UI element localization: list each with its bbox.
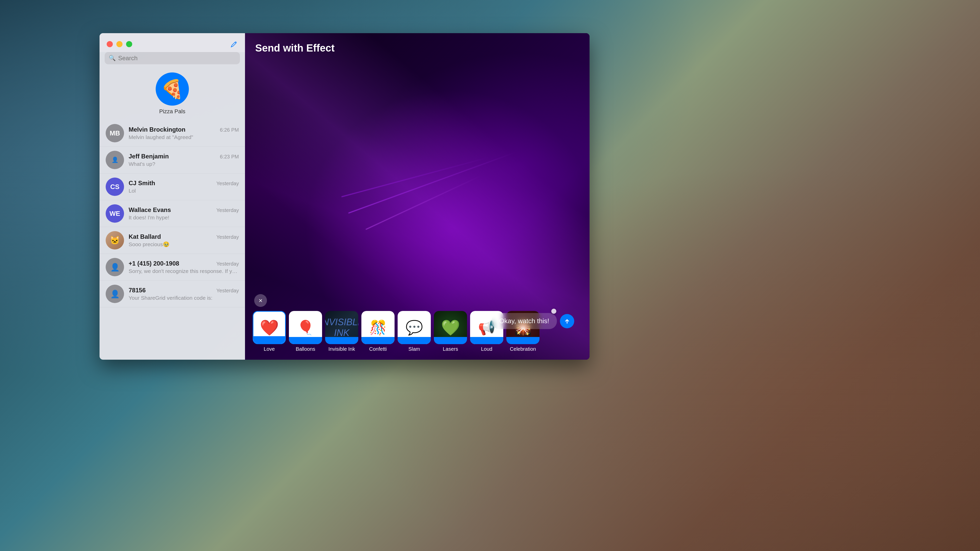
effect-send-bar-loud [470, 337, 503, 344]
effect-send-bar-invisible [325, 337, 358, 344]
avatar: WE [106, 204, 124, 223]
effect-item-invisible-ink[interactable]: INVISIBLE INK Invisible Ink [325, 311, 358, 352]
contact-name: Melvin Brockington [129, 126, 186, 133]
effect-send-bar-celebration [506, 337, 539, 344]
sidebar: 🔍 🍕 Pizza Pals MB Melvin Brockington [100, 33, 245, 360]
effect-send-bar-slam [398, 337, 431, 344]
search-input[interactable] [118, 55, 236, 62]
message-preview: What's up? [129, 161, 239, 167]
message-time: Yesterday [216, 181, 239, 186]
featured-name: Pizza Pals [159, 108, 186, 115]
close-effect-button[interactable]: × [254, 294, 267, 307]
effect-item-balloons[interactable]: 🎈 Balloons [289, 311, 322, 352]
message-header: 78156 Yesterday [129, 287, 239, 294]
avatar: 👤 [106, 258, 124, 276]
effect-label-celebration: Celebration [510, 346, 536, 352]
contact-name: Wallace Evans [129, 206, 171, 213]
maximize-button[interactable] [126, 41, 132, 47]
message-preview: Your ShareGrid verification code is: [129, 295, 239, 301]
message-preview: Sooo precious🥹 [129, 241, 239, 248]
avatar: CS [106, 178, 124, 196]
message-header: Jeff Benjamin 6:23 PM [129, 153, 239, 160]
message-content: Kat Ballard Yesterday Sooo precious🥹 [129, 233, 239, 248]
list-item[interactable]: MB Melvin Brockington 6:26 PM Melvin lau… [100, 120, 245, 147]
okay-btn-container: Okay, watch this! [492, 313, 574, 329]
avatar: 👤 [106, 285, 124, 303]
effect-panel: Send with Effect Okay, watch this! × [245, 33, 590, 360]
sidebar-header [100, 33, 245, 52]
contact-name: Jeff Benjamin [129, 153, 169, 160]
effect-label-confetti: Confetti [369, 346, 387, 352]
search-icon: 🔍 [109, 55, 116, 62]
message-time: Yesterday [216, 261, 239, 267]
effect-label-loud: Loud [481, 346, 493, 352]
contact-name: +1 (415) 200-1908 [129, 260, 179, 267]
effect-send-bar-confetti [361, 337, 395, 344]
list-item[interactable]: 🐱 Kat Ballard Yesterday Sooo precious🥹 [100, 227, 245, 254]
effect-send-bar-lasers [434, 337, 467, 344]
effect-header: Send with Effect [245, 33, 590, 63]
effect-item-confetti[interactable]: 🎊 Confetti [361, 311, 395, 352]
message-header: +1 (415) 200-1908 Yesterday [129, 260, 239, 267]
featured-emoji: 🍕 [161, 78, 184, 100]
message-header: Kat Ballard Yesterday [129, 233, 239, 240]
contact-name: Kat Ballard [129, 233, 161, 240]
message-time: 6:26 PM [220, 127, 239, 133]
list-item[interactable]: 👤 +1 (415) 200-1908 Yesterday Sorry, we … [100, 254, 245, 281]
effect-item-slam[interactable]: 💬 Slam [398, 311, 431, 352]
effect-label-balloons: Balloons [296, 346, 315, 352]
avatar: MB [106, 124, 124, 142]
message-content: Jeff Benjamin 6:23 PM What's up? [129, 153, 239, 167]
featured-avatar: 🍕 [156, 73, 189, 106]
message-preview: Lol [129, 188, 239, 194]
message-header: CJ Smith Yesterday [129, 179, 239, 187]
list-item[interactable]: CS CJ Smith Yesterday Lol [100, 173, 245, 200]
effect-label-slam: Slam [408, 346, 420, 352]
close-btn-area: × [245, 294, 590, 311]
effect-thumb-love: ❤️ [253, 311, 286, 344]
close-button[interactable] [107, 41, 113, 47]
window-controls [107, 41, 132, 47]
featured-contact[interactable]: 🍕 Pizza Pals [100, 68, 245, 120]
search-box[interactable]: 🔍 [105, 52, 240, 64]
search-container: 🔍 [100, 52, 245, 68]
message-preview: Sorry, we don't recognize this response.… [129, 268, 239, 274]
effect-label-lasers: Lasers [443, 346, 458, 352]
avatar: 🐱 [106, 231, 124, 249]
minimize-button[interactable] [116, 41, 123, 47]
effect-thumb-lasers: 💚 [434, 311, 467, 344]
message-time: Yesterday [216, 234, 239, 240]
send-up-button[interactable] [560, 314, 574, 328]
message-header: Melvin Brockington 6:26 PM [129, 126, 239, 133]
list-item[interactable]: 👤 Jeff Benjamin 6:23 PM What's up? [100, 147, 245, 173]
effect-label-invisible: Invisible Ink [328, 346, 355, 352]
effect-thumb-invisible: INVISIBLE INK [325, 311, 358, 344]
avatar: 👤 [106, 151, 124, 169]
effect-send-bar [253, 336, 285, 343]
list-item[interactable]: WE Wallace Evans Yesterday It does! I'm … [100, 200, 245, 227]
message-preview: It does! I'm hype! [129, 214, 239, 221]
effect-thumb-slam: 💬 [398, 311, 431, 344]
list-item[interactable]: 👤 78156 Yesterday Your ShareGrid verific… [100, 281, 245, 307]
message-content: +1 (415) 200-1908 Yesterday Sorry, we do… [129, 260, 239, 274]
message-header: Wallace Evans Yesterday [129, 206, 239, 213]
contact-name: CJ Smith [129, 179, 155, 187]
message-content: CJ Smith Yesterday Lol [129, 179, 239, 194]
compose-button[interactable] [230, 40, 238, 48]
effect-item-lasers[interactable]: 💚 Lasers [434, 311, 467, 352]
effect-label-love: Love [264, 346, 275, 352]
effect-panel-title: Send with Effect [255, 42, 334, 54]
effect-thumb-confetti: 🎊 [361, 311, 395, 344]
message-preview: Melvin laughed at "Agreed" [129, 134, 239, 140]
message-content: Melvin Brockington 6:26 PM Melvin laughe… [129, 126, 239, 140]
message-content: 78156 Yesterday Your ShareGrid verificat… [129, 287, 239, 301]
messages-window: 🔍 🍕 Pizza Pals MB Melvin Brockington [100, 33, 590, 360]
contact-name: 78156 [129, 287, 146, 294]
message-time: Yesterday [216, 288, 239, 294]
effect-thumb-balloons: 🎈 [289, 311, 322, 344]
message-content: Wallace Evans Yesterday It does! I'm hyp… [129, 206, 239, 221]
message-time: 6:23 PM [220, 154, 239, 160]
effect-send-bar-balloons [289, 337, 322, 344]
okay-watch-button[interactable]: Okay, watch this! [492, 313, 557, 329]
effect-item-love[interactable]: ❤️ Love [253, 311, 286, 352]
